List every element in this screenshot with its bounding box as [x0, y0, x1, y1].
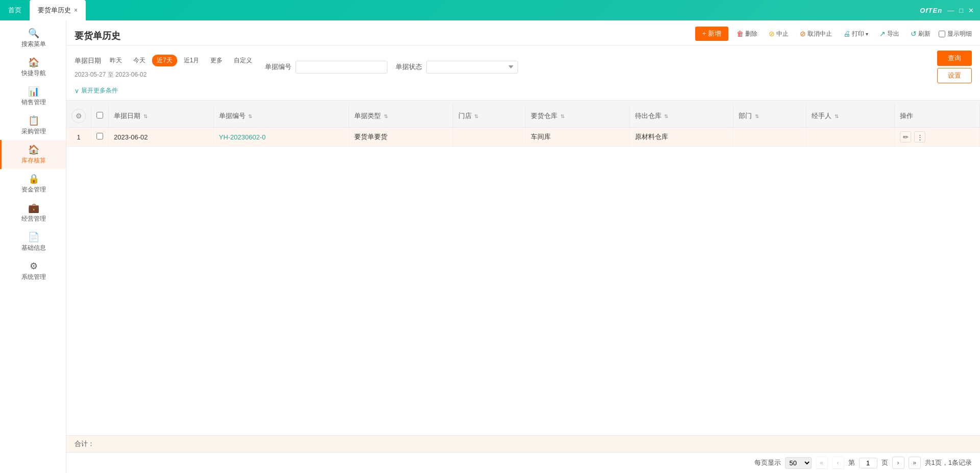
- print-button[interactable]: 🖨 打印 ▾: [840, 28, 871, 40]
- sidebar-item-inventory[interactable]: 🏠 库存核算: [0, 140, 66, 169]
- content-area: 要货单历史 + 新增 🗑 删除 ⊘ 中止 ⊘ 取消中止 🖨 打印: [66, 20, 980, 473]
- date-btn-more[interactable]: 更多: [206, 55, 227, 66]
- row-op-cell: ✏ ⋮: [895, 128, 980, 147]
- row-num: 1: [66, 128, 91, 147]
- col-dept: 部门 ⇅: [733, 105, 806, 128]
- table-container: ⚙ 单据日期 ⇅ 单据编号 ⇅: [66, 105, 980, 435]
- export-button[interactable]: ↗ 导出: [876, 28, 902, 40]
- toolbar: + 新增 🗑 删除 ⊘ 中止 ⊘ 取消中止 🖨 打印 ▾: [695, 27, 972, 45]
- tab-bar: 首页 要货单历史 ×: [0, 0, 920, 20]
- col-settings: ⚙: [66, 105, 91, 128]
- date-filter-label: 单据日期: [75, 56, 101, 65]
- table-settings-icon[interactable]: ⚙: [71, 109, 86, 123]
- new-button[interactable]: + 新增: [695, 27, 728, 41]
- page-title: 要货单历史: [75, 30, 120, 42]
- settings-button[interactable]: 设置: [937, 68, 972, 83]
- row-edit-icon[interactable]: ✏: [900, 131, 911, 143]
- shop-sort-icon: ⇅: [474, 113, 478, 119]
- query-button[interactable]: 查询: [937, 51, 972, 66]
- row-req-warehouse: 车间库: [526, 128, 630, 147]
- pending-warehouse-sort-icon: ⇅: [664, 113, 668, 119]
- doc-num-input[interactable]: [296, 61, 387, 74]
- handler-sort-icon: ⇅: [835, 113, 839, 119]
- stop-button[interactable]: ⊘ 中止: [766, 28, 792, 40]
- show-detail-checkbox[interactable]: 显示明细: [939, 30, 972, 38]
- date-sort-icon: ⇅: [143, 113, 148, 119]
- sidebar-item-finance[interactable]: 🔒 资金管理: [0, 169, 66, 198]
- sidebar-item-system[interactable]: ⚙ 系统管理: [0, 256, 66, 286]
- top-bar: 首页 要货单历史 × OfTEn — □ ✕: [0, 0, 980, 20]
- date-btn-today[interactable]: 今天: [129, 55, 150, 66]
- show-detail-input[interactable]: [939, 31, 945, 37]
- page-input[interactable]: [859, 458, 877, 468]
- expand-more-button[interactable]: ∨ 展开更多条件: [75, 86, 972, 95]
- tab-requisition-history[interactable]: 要货单历史 ×: [30, 0, 86, 20]
- sidebar-item-quicknav[interactable]: 🏠 快捷导航: [0, 53, 66, 82]
- export-icon: ↗: [879, 30, 886, 38]
- row-pending-warehouse: 原材料仓库: [629, 128, 733, 147]
- row-dept: [733, 128, 806, 147]
- close-window-icon[interactable]: ✕: [968, 7, 974, 14]
- status-filter: 单据状态: [396, 61, 518, 74]
- inventory-icon: 🏠: [28, 145, 39, 154]
- page-size-label: 每页显示: [754, 458, 781, 467]
- sidebar-item-basicinfo[interactable]: 📄 基础信息: [0, 227, 66, 256]
- date-btn-1month[interactable]: 近1月: [179, 55, 204, 66]
- dept-sort-icon: ⇅: [755, 113, 759, 119]
- col-docnum: 单据编号 ⇅: [213, 105, 349, 128]
- req-warehouse-sort-icon: ⇅: [560, 113, 565, 119]
- print-icon: 🖨: [843, 30, 850, 38]
- home-icon: 🏠: [28, 58, 39, 67]
- tab-close-icon[interactable]: ×: [74, 7, 78, 14]
- tab-home[interactable]: 首页: [0, 0, 30, 20]
- prev-page-button[interactable]: ‹: [832, 457, 844, 469]
- refresh-button[interactable]: ↺ 刷新: [908, 28, 934, 40]
- row-checkbox[interactable]: [96, 133, 103, 139]
- maximize-icon[interactable]: □: [959, 7, 963, 14]
- date-btn-7days[interactable]: 近7天: [152, 55, 177, 66]
- top-bar-right: OfTEn — □ ✕: [920, 7, 980, 14]
- sidebar-item-sales[interactable]: 📊 销售管理: [0, 82, 66, 111]
- sidebar-item-search[interactable]: 🔍 搜索菜单: [0, 23, 66, 53]
- filter-actions: 查询 设置: [937, 51, 972, 83]
- status-select[interactable]: [426, 61, 518, 74]
- purchase-icon: 📋: [28, 116, 39, 125]
- row-more-icon[interactable]: ⋮: [914, 131, 925, 143]
- doctype-sort-icon: ⇅: [384, 113, 388, 119]
- sidebar-item-operations[interactable]: 💼 经营管理: [0, 198, 66, 227]
- next-page-button[interactable]: ›: [892, 457, 904, 469]
- last-page-button[interactable]: »: [909, 457, 921, 469]
- delete-button[interactable]: 🗑 删除: [733, 28, 761, 40]
- page-size-select[interactable]: 10 20 50 100: [785, 457, 812, 469]
- total-info: 共1页，1条记录: [925, 458, 972, 467]
- status-label: 单据状态: [396, 62, 422, 72]
- doc-num-filter: 单据编号: [265, 61, 387, 74]
- filter-area: 单据日期 昨天 今天 近7天 近1月 更多 自定义 2023-05-27 至 2…: [66, 45, 980, 101]
- refresh-icon: ↺: [911, 30, 917, 38]
- search-icon: 🔍: [28, 29, 39, 38]
- op-icons: ✏ ⋮: [900, 131, 974, 143]
- row-docnum-link[interactable]: YH-20230602-0: [219, 133, 266, 141]
- first-page-button[interactable]: «: [816, 457, 828, 469]
- sidebar-item-purchase[interactable]: 📋 采购管理: [0, 111, 66, 140]
- page-label: 页: [881, 458, 888, 467]
- print-dropdown-icon: ▾: [866, 31, 868, 37]
- date-range-display: 2023-05-27 至 2023-06-02: [75, 70, 146, 79]
- table-row: 1 2023-06-02 YH-20230602-0 要货单要货 车间库 原材料…: [66, 128, 980, 147]
- date-btn-custom[interactable]: 自定义: [229, 55, 257, 66]
- cancel-icon: ⊘: [800, 30, 806, 38]
- col-pending-warehouse: 待出仓库 ⇅: [629, 105, 733, 128]
- finance-icon: 🔒: [28, 174, 39, 183]
- col-shop: 门店 ⇅: [453, 105, 526, 128]
- brand-label: OfTEn: [920, 7, 942, 14]
- row-checkbox-cell: [91, 128, 109, 147]
- doc-num-label: 单据编号: [265, 62, 291, 72]
- date-btn-yesterday[interactable]: 昨天: [105, 55, 127, 66]
- select-all-checkbox[interactable]: [96, 112, 103, 119]
- row-shop: [453, 128, 526, 147]
- col-checkbox: [91, 105, 109, 128]
- minimize-icon[interactable]: —: [947, 7, 954, 14]
- cancel-stop-button[interactable]: ⊘ 取消中止: [797, 28, 835, 40]
- footer-summary: 合计：: [66, 435, 980, 452]
- stop-icon: ⊘: [769, 30, 775, 38]
